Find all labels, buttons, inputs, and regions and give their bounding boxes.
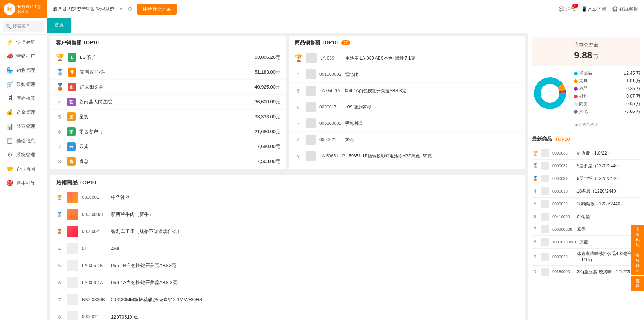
product-thumb <box>306 118 316 128</box>
product-thumb <box>306 135 316 145</box>
list-item: 6 004100001 白钢垫 <box>532 210 640 223</box>
tab-home[interactable]: 首页 <box>47 18 71 33</box>
customer-badge: 零 <box>67 127 76 136</box>
product-thumb <box>541 175 549 182</box>
content-area: 客户销售额 TOP10 🏆 L LS 客户 53,006.26元 🥈 零 零售客… <box>47 33 644 320</box>
nav-item-marketing[interactable]: 📣 营销推广 <box>0 49 47 63</box>
message-button[interactable]: 💬 消息 6 <box>559 6 575 12</box>
list-item: 6 LA-056-1A 056-1A白色按键开关盖ABS 3壳 <box>50 274 525 291</box>
table-row: 4 001000002 雪地靴 <box>289 66 525 83</box>
table-row: 🥉 红 红太阳文具 40,925.00元 <box>50 80 286 95</box>
product-image <box>67 277 78 288</box>
online-service-button[interactable]: 🎧 在线客服 <box>612 6 638 12</box>
product-thumb <box>306 69 316 79</box>
float-service-panel: 客服热线 服务社区 直播 <box>631 225 644 291</box>
experience-button[interactable]: 体验行业方案 <box>137 4 177 15</box>
nav-item-basic[interactable]: 📋 基础信息 <box>0 134 47 148</box>
product-image <box>67 294 78 305</box>
list-item: 5 LA-056-1B 056-1B白色按键开关壳ABS2壳 <box>50 257 525 274</box>
legend-row: 成品 0.25 万 <box>574 86 640 92</box>
nav-item-sales[interactable]: 🏪 销售管理 <box>0 63 47 77</box>
nav-item-management[interactable]: 📊 经营管理 <box>0 119 47 134</box>
product-image <box>67 209 78 220</box>
inventory-icon: 🗄 <box>6 95 13 102</box>
nav-item-inventory[interactable]: 🗄 库存核算 <box>0 91 47 105</box>
stock-total-box: 库存总资金 9.88 万 <box>532 37 640 66</box>
list-item: 7 000800008 原壶 <box>532 223 640 236</box>
search-icon: 🔍 <box>6 24 11 29</box>
app-download-button[interactable]: 📱 App下载 <box>581 6 606 12</box>
search-menu-button[interactable]: 🔍 搜索菜单 <box>3 21 44 32</box>
list-item: 7 NB2.0X30B 2.0X30MM双搓花轴,搓花直径2.1MM/ROHS <box>50 291 525 308</box>
customer-ranking-title: 客户销售额 TOP10 <box>50 36 286 50</box>
table-row: 7 000800005 手机测试 <box>289 115 525 132</box>
collab-icon: 🤝 <box>6 165 13 172</box>
list-item: 4 01 45# <box>50 240 525 257</box>
list-item: 🏆 0000033 封边带（1.0*22） <box>532 147 640 160</box>
medal-silver-icon: 🥈 <box>56 68 64 76</box>
product-thumb <box>541 213 549 221</box>
product-thumb <box>541 187 549 195</box>
table-row: 6 0000017 10S 变刹罗叔 <box>289 99 525 115</box>
product-thumb <box>541 268 549 276</box>
nav-item-purchase[interactable]: 🛒 采购管理 <box>0 77 47 91</box>
list-item: 8 0000011 12070519-xs <box>50 308 525 320</box>
table-row: 5 星 星扬 33,333.00元 <box>50 110 286 124</box>
table-row: 4 苍 苍南县人民医院 36,600.00元 <box>50 95 286 110</box>
quicknav-icon: ⚡ <box>6 38 13 45</box>
topbar: 装备及固定资产辅助管理系统 ▼ ⚙ 体验行业方案 💬 消息 6 📱 App下载 … <box>47 0 644 18</box>
product-image <box>67 243 78 254</box>
customer-hotline-button[interactable]: 客服热线 <box>631 225 644 250</box>
medal-gold-icon: 🏆 <box>56 53 64 61</box>
topbar-right: 💬 消息 6 📱 App下载 🎧 在线客服 <box>559 6 638 12</box>
purchase-icon: 🛒 <box>6 81 13 88</box>
list-item: 🥉 0000031 5层中纤（1220*2440） <box>532 172 640 185</box>
list-item: 🏆 0000001 中华神器 <box>50 189 525 206</box>
system-icon: ⚙ <box>6 151 13 158</box>
list-item: 🥈 0000032 5层多层（1220*2440） <box>532 160 640 172</box>
legend-row: 半成品 12.45 万 <box>574 70 640 77</box>
product-ranking-title: 商品销售额 TOP10 27 <box>289 36 525 50</box>
legend-row: 文具 1.01 万 <box>574 78 640 84</box>
message-badge: 6 <box>572 4 578 8</box>
list-item: 9 0000028 体嘉嘉核味苏打饮品400毫升（1*15） <box>532 249 640 266</box>
product-thumb <box>541 253 549 261</box>
sales-icon: 🏪 <box>6 67 13 74</box>
product-thumb <box>306 53 317 63</box>
table-row: 8 0000021 夹壳 <box>289 132 525 148</box>
medal-bronze-icon: 🥉 <box>56 83 64 91</box>
legend-row: 肉类 -0.05 万 <box>574 101 640 107</box>
product-thumb <box>541 238 549 246</box>
list-item: 🥈 000500001 新西兰牛肉（新牛） <box>50 206 525 223</box>
list-item: 5 0000029 18颗粒板（1220*2440） <box>532 198 640 210</box>
stock-legend: 半成品 12.45 万 文具 1.01 万 成品 0.25 万 材料 0.07 … <box>574 70 640 116</box>
service-community-button[interactable]: 服务社区 <box>631 250 644 275</box>
live-stream-button[interactable]: 直播 <box>631 276 644 291</box>
nav-item-collab[interactable]: 🤝 企业协同 <box>0 162 47 176</box>
sidebar-logo: 好 畅捷通好生意 标准版 <box>0 0 47 18</box>
customer-ranking-card: 客户销售额 TOP10 🏆 L LS 客户 53,006.26元 🥈 零 零售客… <box>50 36 286 169</box>
nav-item-system[interactable]: ⚙ 系统管理 <box>0 148 47 162</box>
table-row: 8 肖 肖总 7,563.00元 <box>50 154 286 169</box>
main-area: 装备及固定资产辅助管理系统 ▼ ⚙ 体验行业方案 💬 消息 6 📱 App下载 … <box>47 0 644 320</box>
table-row: 🥈 零 零售客户-许 51,183.00元 <box>50 65 286 80</box>
legend-row: 其他 -3.86 万 <box>574 108 640 115</box>
medal-gold-icon: 🏆 <box>295 54 303 62</box>
gear-icon[interactable]: ⚙ <box>127 5 133 12</box>
dropdown-icon[interactable]: ▼ <box>119 7 123 12</box>
right-panel: 库存总资金 9.88 万 <box>528 33 644 320</box>
table-row: 9 LA-59651-1B 59651-1B旋转投影灯电池盒ABS黑色+58克 <box>289 148 525 164</box>
nav-item-finance[interactable]: 💰 资金管理 <box>0 105 47 119</box>
tab-bar: 首页 <box>47 18 644 33</box>
list-item: 8 10000100001 原壶 <box>532 236 640 249</box>
product-thumb <box>541 162 549 170</box>
nav-item-guide[interactable]: 🎯 新手引导 <box>0 176 47 190</box>
new-products-section: 最新商品 TOP10 🏆 0000033 封边带（1.0*22） 🥈 00000… <box>532 133 640 278</box>
product-thumb <box>306 102 316 112</box>
mobile-icon: 📱 <box>581 6 587 12</box>
nav-item-quicknav[interactable]: ⚡ 快捷导航 <box>0 35 47 49</box>
left-panel: 客户销售额 TOP10 🏆 L LS 客户 53,006.26元 🥈 零 零售客… <box>47 33 528 320</box>
hot-products-card: 热销商品 TOP10 🏆 0000001 中华神器 🥈 000500001 新西… <box>50 175 525 320</box>
message-icon: 💬 <box>559 6 564 12</box>
product-image <box>67 226 78 237</box>
